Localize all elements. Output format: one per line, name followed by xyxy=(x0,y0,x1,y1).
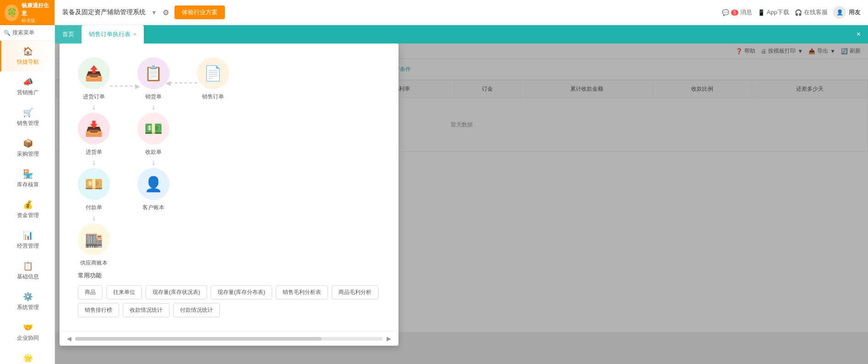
supplier-circle: 🏬 xyxy=(78,223,110,255)
popup-scrollbar[interactable]: ◀ ▶ xyxy=(60,331,399,346)
sidebar-item-inventory[interactable]: 🏪 库存核算 xyxy=(0,163,55,194)
sidebar-item-sales[interactable]: 🛒 销售管理 xyxy=(0,102,55,133)
tab-sale-order[interactable]: 销售订单执行表 × xyxy=(82,25,144,43)
sale-order-col: 📄 销售订单 xyxy=(197,57,229,101)
func-btn-product[interactable]: 商品 xyxy=(78,285,103,299)
sale-order-circle: 📄 xyxy=(197,57,229,89)
user-menu[interactable]: 👤 用友 xyxy=(833,6,861,19)
func-buttons-row-2: 销售排行榜 收款情况统计 付款情况统计 xyxy=(78,303,380,317)
search-menu[interactable]: 🔍 搜索菜单 xyxy=(0,25,55,41)
message-btn[interactable]: 💬 5 消息 xyxy=(722,8,752,16)
dropdown-arrow-icon: ▼ xyxy=(151,9,157,16)
purchase-order-label: 进货订单 xyxy=(83,93,105,101)
purchase-bill-label: 进货单 xyxy=(86,148,102,156)
avatar: 👤 xyxy=(833,6,846,19)
sidebar-item-quick-nav[interactable]: 🏠 快捷导航 xyxy=(0,41,55,71)
sidebar-item-basic[interactable]: 📋 基础信息 xyxy=(0,255,55,286)
enterprise-icon: 🤝 xyxy=(23,322,33,332)
arrow-down-3: ↓ xyxy=(92,213,96,222)
sidebar-nav: 🏠 快捷导航 📣 营销推广 🛒 销售管理 📦 采购管理 🏪 库存核算 💰 资金管… xyxy=(0,41,55,364)
supplier-node: 🏬 供应商账本 xyxy=(78,223,110,267)
online-service-btn[interactable]: 🎧 在线客服 xyxy=(795,8,828,16)
supplier-label: 供应商账本 xyxy=(80,259,108,267)
sidebar-item-enterprise[interactable]: 🤝 企业协同 xyxy=(0,317,55,348)
flow-popup: 📤 进货订单 ↓ 📥 进货单 ↓ xyxy=(60,43,399,346)
func-btn-receipt-stat[interactable]: 收款情况统计 xyxy=(123,303,169,317)
inventory-icon: 🏪 xyxy=(23,169,33,179)
left-flow-col: 📤 进货订单 ↓ 📥 进货单 ↓ xyxy=(78,57,110,267)
experience-button[interactable]: 体验行业方案 xyxy=(175,5,225,19)
sales-icon: 🛒 xyxy=(23,108,33,118)
sale-bill-node: 📋 销货单 xyxy=(137,57,169,101)
sidebar-item-newbie[interactable]: 🌟 新手引导 xyxy=(0,348,55,364)
receipt-label: 收款单 xyxy=(145,148,162,156)
search-label: 搜索菜单 xyxy=(12,29,34,37)
payment-node: 💴 付款单 xyxy=(78,168,110,212)
operations-icon: 📊 xyxy=(23,230,33,240)
func-btn-counterpart[interactable]: 往来单位 xyxy=(106,285,142,299)
sidebar-item-label: 库存核算 xyxy=(17,181,39,189)
sidebar-item-label: 资金管理 xyxy=(17,212,39,219)
app-download-label: App下载 xyxy=(767,8,789,16)
main-area: 装备及固定资产辅助管理系统 ▼ ⚙ 体验行业方案 💬 5 消息 📱 App下载 … xyxy=(55,0,868,364)
arrow-down-5: ↓ xyxy=(152,158,156,166)
sidebar-item-marketing[interactable]: 📣 营销推广 xyxy=(0,71,55,102)
func-btn-payment-stat[interactable]: 付款情况统计 xyxy=(173,303,220,317)
system-title: 装备及固定资产辅助管理系统 xyxy=(62,8,146,16)
purchase-bill-circle: 📥 xyxy=(78,113,110,145)
right-arrow-connector: ◀ xyxy=(169,57,197,102)
common-functions: 常用功能 商品 往来单位 现存量(库存状况表) 现存量(库存分布表) 销售毛利分… xyxy=(78,272,380,317)
arrow-connectors: ▶ xyxy=(110,57,137,102)
app-sub: 标准版 xyxy=(22,17,50,24)
popup-overlay[interactable]: 📤 进货订单 ↓ 📥 进货单 ↓ xyxy=(55,43,868,364)
sale-bill-circle: 📋 xyxy=(137,57,169,89)
payment-label: 付款单 xyxy=(86,204,102,212)
receipt-node: 💵 收款单 xyxy=(137,113,169,156)
func-buttons-row-1: 商品 往来单位 现存量(库存状况表) 现存量(库存分布表) 销售毛利分析表 商品… xyxy=(78,285,380,299)
common-funcs-title: 常用功能 xyxy=(78,272,380,280)
tab-close-icon[interactable]: × xyxy=(133,31,136,38)
arrow-down-4: ↓ xyxy=(152,103,156,111)
scroll-track[interactable] xyxy=(75,337,383,341)
func-btn-sale-rank[interactable]: 销售排行榜 xyxy=(78,303,119,317)
sidebar-item-purchase[interactable]: 📦 采购管理 xyxy=(0,133,55,163)
scroll-right-icon[interactable]: ▶ xyxy=(387,335,391,342)
scroll-thumb xyxy=(75,337,322,341)
customer-label: 客户账本 xyxy=(142,204,164,212)
logo-icon: 🍀 xyxy=(5,5,19,21)
sidebar-item-label: 经营管理 xyxy=(17,242,39,250)
sidebar-item-label: 采购管理 xyxy=(17,150,39,158)
tab-home[interactable]: 首页 xyxy=(55,25,82,43)
newbie-icon: 🌟 xyxy=(23,353,33,363)
home-tab-label: 首页 xyxy=(62,30,74,38)
search-icon: 🔍 xyxy=(4,30,11,36)
func-btn-sale-margin[interactable]: 销售毛利分析表 xyxy=(276,285,328,299)
sale-order-label: 销售订单 xyxy=(202,93,224,101)
active-tab-label: 销售订单执行表 xyxy=(89,30,131,38)
sidebar: 🍀 畅康通好生意 标准版 🔍 搜索菜单 🏠 快捷导航 📣 营销推广 🛒 销售管理… xyxy=(0,0,55,364)
receipt-circle: 💵 xyxy=(137,113,169,145)
func-btn-stock-dist[interactable]: 现存量(库存分布表) xyxy=(211,285,272,299)
download-icon: 📱 xyxy=(758,9,765,16)
purchase-icon: 📦 xyxy=(23,138,33,148)
tab-panel-close-icon[interactable]: × xyxy=(849,30,868,38)
sidebar-item-finance[interactable]: 💰 资金管理 xyxy=(0,194,55,225)
sidebar-item-label: 营销推广 xyxy=(17,89,39,97)
sidebar-item-system[interactable]: ⚙️ 系统管理 xyxy=(0,286,55,317)
sidebar-item-label: 销售管理 xyxy=(17,120,39,127)
func-btn-product-margin[interactable]: 商品毛利分析 xyxy=(332,285,378,299)
message-badge: 5 xyxy=(731,10,738,16)
sidebar-item-operations[interactable]: 📊 经营管理 xyxy=(0,225,55,255)
content-area: ❓ 帮助 🖨 按模板打印 ▼ 📤 导出 ▼ 🔄 刷新 📅 xyxy=(55,43,868,364)
system-icon: ⚙️ xyxy=(23,292,33,302)
app-download-btn[interactable]: 📱 App下载 xyxy=(758,8,789,16)
tabbar: 首页 销售订单执行表 × × xyxy=(55,25,868,43)
online-service-label: 在线客服 xyxy=(804,8,828,16)
func-btn-stock-status[interactable]: 现存量(库存状况表) xyxy=(146,285,207,299)
arrow-down-2: ↓ xyxy=(92,158,96,166)
scroll-left-icon[interactable]: ◀ xyxy=(67,335,71,342)
purchase-order-circle: 📤 xyxy=(78,57,110,89)
purchase-order-node: 📤 进货订单 xyxy=(78,57,110,101)
settings-icon[interactable]: ⚙ xyxy=(163,8,169,17)
service-icon: 🎧 xyxy=(795,9,802,16)
